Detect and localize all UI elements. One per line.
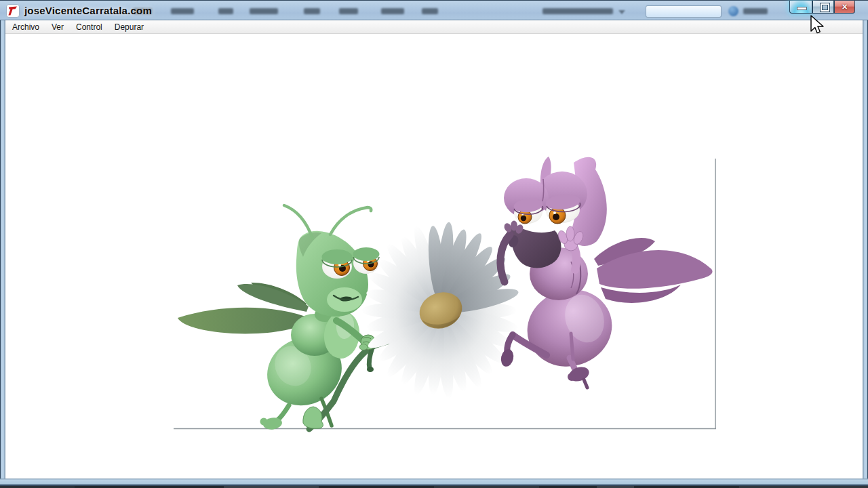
window-title: joseVicenteCarratala.com: [24, 5, 152, 16]
menu-depurar[interactable]: Depurar: [108, 22, 150, 32]
window-border-bottom: [0, 479, 868, 486]
screen: joseVicenteCarratala.com × Archivo Ver C…: [0, 0, 868, 488]
menu-control[interactable]: Control: [70, 22, 108, 32]
blurred-ide-item: [171, 8, 194, 14]
window-border-left: [0, 20, 5, 486]
blurred-ide-item: [422, 8, 438, 14]
close-icon: ×: [835, 1, 854, 13]
blurred-ide-item: [339, 8, 358, 14]
close-button[interactable]: ×: [834, 1, 855, 14]
daisy-flower: [361, 221, 520, 399]
stage-client-area: [5, 35, 863, 479]
blurred-ide-item: [304, 8, 320, 14]
flash-player-icon: [6, 4, 20, 18]
blurred-ide-item: [542, 8, 613, 14]
blurred-ide-item: [743, 8, 768, 14]
blurred-ide-item: [250, 8, 278, 14]
green-bug-illustration: [178, 205, 380, 430]
blurred-dropdown-caret-icon: [618, 10, 625, 14]
menu-archivo[interactable]: Archivo: [6, 22, 45, 32]
green-bug-front-foot: [303, 407, 323, 428]
window-border-right: [863, 20, 868, 486]
blurred-ide-item: [218, 8, 233, 14]
mouse-cursor: [810, 15, 826, 38]
maximize-icon: [821, 3, 829, 12]
window-controls: ×: [789, 1, 855, 14]
search-input-blurred[interactable]: [646, 5, 722, 18]
minimize-button[interactable]: [789, 1, 812, 14]
minimize-icon: [797, 7, 807, 10]
menubar: Archivo Ver Control Depurar: [5, 21, 863, 34]
menu-ver[interactable]: Ver: [45, 22, 70, 32]
blurred-ide-item: [381, 8, 404, 14]
cs-live-icon: [728, 6, 738, 16]
animation-scene: [5, 35, 863, 479]
maximize-button[interactable]: [812, 1, 834, 14]
window-titlebar: joseVicenteCarratala.com ×: [0, 0, 868, 20]
purple-bug-illustration: [499, 157, 712, 388]
